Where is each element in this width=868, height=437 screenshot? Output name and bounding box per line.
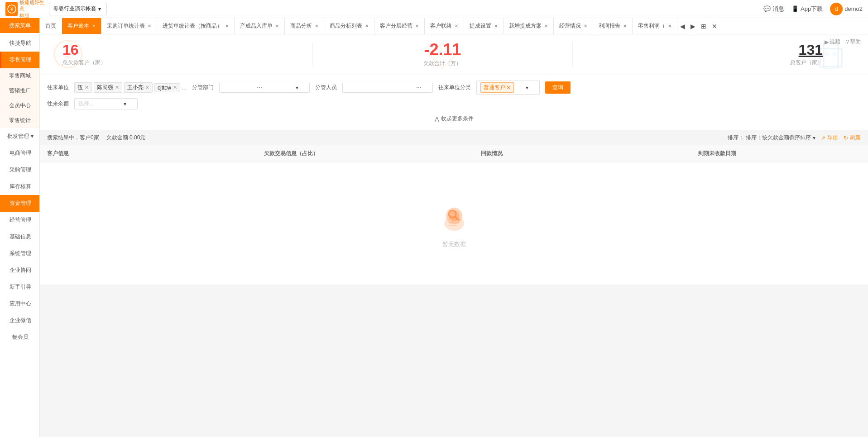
sort-button[interactable]: 排序： 排序：按欠款金额倒序排序 ▾ [728,134,815,142]
sidebar-item-member2[interactable]: 畅会员 [0,329,39,346]
sidebar-item-finance[interactable]: 资金管理 [0,195,39,212]
tab-bar: 首页 客户账本 ✕ 采购订单统计表 ✕ 进货单统计表（按商品） ✕ 产成品入库单… [40,18,868,34]
result-bar: 搜索结果中，客户0家 欠款金额 0.00元 排序： 排序：按欠款金额倒序排序 ▾… [40,130,868,145]
close-tab-contact[interactable]: ✕ [455,24,458,28]
stat-total-customers: ¥ 16 总欠款客户（家） [49,43,313,66]
sidebar-item-system[interactable]: 系统管理 [0,245,39,262]
svg-rect-16 [449,225,457,226]
result-summary: 搜索结果中，客户0家 [47,134,99,142]
remove-category-tag[interactable]: ✕ [506,85,511,91]
close-tab-profit[interactable]: ✕ [623,24,627,28]
app-download-btn[interactable]: 📱 App下载 [791,5,823,13]
sidebar-item-operations[interactable]: 经营管理 [0,212,39,228]
tab-purchase-order[interactable]: 采购订单统计表 ✕ [101,18,157,34]
sidebar-item-purchase[interactable]: 采购管理 [0,162,39,178]
tab-contact[interactable]: 客户联络 ✕ [425,18,464,34]
tab-promote[interactable]: 提成设置 ✕ [464,18,504,34]
filter-tag-chen[interactable]: 陈民强 ✕ [94,82,122,93]
tab-cost-in[interactable]: 产成品入库单 ✕ [235,18,285,34]
col-header-debt: 欠款交易信息（占比） [264,150,481,157]
category-selected-tag[interactable]: 普通客户 ✕ [480,82,514,93]
sidebar-item-basic[interactable]: 基础信息 [0,228,39,245]
person-filter-label: 分管人员 [315,84,337,91]
tab-goods-list[interactable]: 商品分析列表 ✕ [324,18,374,34]
remove-tag-wang[interactable]: ✕ [145,85,149,90]
sidebar-item-appstore[interactable]: 应用中心 [0,295,39,312]
close-tab-costin[interactable]: ✕ [275,24,279,28]
balance-filter-select[interactable]: 选择... ▾ [74,98,138,109]
sidebar-item-retail-mall[interactable]: 零售商城 [0,68,39,83]
sidebar-item-inventory[interactable]: 库存核算 [0,178,39,195]
sidebar-item-wholesale[interactable]: 批发管理 ▾ [0,128,39,145]
tab-profit[interactable]: 利润报告 ✕ [593,18,633,34]
person-filter-select[interactable]: ⋯ [342,83,433,93]
tab-nav-next[interactable]: ▶ [688,23,698,30]
tab-business[interactable]: 经营情况 ✕ [554,18,593,34]
tab-nav-expand[interactable]: ⊞ [698,23,709,30]
unit-filter-label: 往来单位 [47,84,69,91]
remove-tag-chen[interactable]: ✕ [115,85,119,90]
tab-customer-segment[interactable]: 客户分层经营 ✕ [374,18,425,34]
avatar: d [830,3,843,15]
data-table: 客户信息 欠款交易信息（占比） 回款情况 到期未收款日期 [40,145,868,285]
filter-tag-cjttcw[interactable]: cjttcw ✕ [154,83,180,92]
category-filter-select[interactable]: 普通客户 ✕ ▾ [476,81,540,95]
close-tab-business[interactable]: ✕ [584,24,587,28]
tab-new-promote[interactable]: 新增提成方案 ✕ [504,18,554,34]
filter-tag-wu[interactable]: 伍 ✕ [74,82,92,93]
close-tab-retailprofit[interactable]: ✕ [668,24,671,28]
sidebar-item-enterprise[interactable]: 企业协同 [0,262,39,279]
filter-tag-wang[interactable]: 王小亮 ✕ [124,82,153,93]
col-header-date: 到期未收款日期 [698,150,861,157]
close-tab-stock[interactable]: ✕ [225,24,229,28]
remove-tag-cjttcw[interactable]: ✕ [173,85,177,90]
tab-home[interactable]: 首页 [40,18,62,34]
dept-filter-label: 分管部门 [192,84,214,91]
main-layout: 搜索菜单 快捷导航 零售管理 零售商城 营销推广 会员中心 零售统计 批发管理 … [0,18,868,437]
tab-customer-book[interactable]: 客户账本 ✕ [62,18,101,34]
message-btn[interactable]: 💬 消息 [763,5,784,13]
svg-text:✦: ✦ [440,52,446,60]
query-button[interactable]: 查询 [545,81,571,94]
sort-label: 排序： [728,134,744,142]
close-tab-segment[interactable]: ✕ [415,24,419,28]
account-selector[interactable]: 母婴行业演示帐套 ▾ [49,3,107,15]
tab-nav-prev[interactable]: ◀ [677,23,688,30]
stat-debt-total: ✦ -2.11 欠款合计（万） [313,42,572,67]
sidebar-item-wechat[interactable]: 企业微信 [0,312,39,329]
close-tab-promote[interactable]: ✕ [494,24,498,28]
sidebar-item-retail[interactable]: 零售管理 [0,52,39,68]
dept-filter-select[interactable]: ⋯ ▾ [219,83,310,93]
close-tab-goodslist[interactable]: ✕ [365,24,369,28]
export-icon: ↗ [821,135,825,141]
sidebar-nav: 快捷导航 零售管理 零售商城 营销推广 会员中心 零售统计 批发管理 ▾ 电商管… [0,33,39,347]
sidebar-search[interactable]: 搜索菜单 [0,18,39,33]
sidebar-item-quick-nav[interactable]: 快捷导航 [0,35,39,52]
collapse-filter-btn[interactable]: ⋀ 收起更多条件 [429,113,479,124]
refresh-btn[interactable]: ↻ 刷新 [844,134,861,142]
tab-retail-profit[interactable]: 零售利润（ ✕ [633,18,677,34]
sidebar-item-retail-stats[interactable]: 零售统计 [0,113,39,128]
tab-stock-stats[interactable]: 进货单统计表（按商品） ✕ [157,18,235,34]
sidebar-item-newguide[interactable]: 新手引导 [0,279,39,295]
sidebar-item-marketing[interactable]: 营销推广 [0,83,39,98]
logo-icon: ¥ [5,2,18,16]
sort-chevron: ▾ [813,135,815,141]
close-tab-goods[interactable]: ✕ [315,24,318,28]
filter-more-tags[interactable]: ... [182,85,187,91]
category-filter-label: 往来单位分类 [438,84,471,91]
close-tab-purchase[interactable]: ✕ [148,24,151,28]
svg-rect-9 [833,52,836,56]
remove-tag-wu[interactable]: ✕ [85,85,89,90]
tab-goods-analysis[interactable]: 商品分析 ✕ [285,18,324,34]
export-btn[interactable]: ↗ 导出 [821,134,838,142]
tab-nav-close-all[interactable]: ✕ [709,23,720,30]
empty-text: 暂无数据 [442,240,466,248]
close-tab-newpromote[interactable]: ✕ [544,24,548,28]
sidebar-item-ecommerce[interactable]: 电商管理 [0,145,39,162]
sidebar-item-member[interactable]: 会员中心 [0,98,39,113]
filter-row-1: 往来单位 伍 ✕ 陈民强 ✕ 王小亮 ✕ [47,81,861,95]
close-tab-customer-book[interactable]: ✕ [92,24,96,28]
table-header: 客户信息 欠款交易信息（占比） 回款情况 到期未收款日期 [40,145,868,162]
user-avatar[interactable]: d demo2 [830,3,863,15]
